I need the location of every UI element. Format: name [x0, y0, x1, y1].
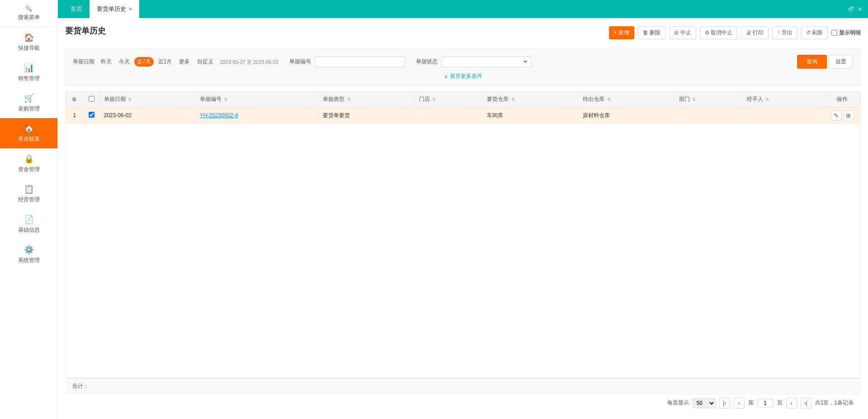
col-req-warehouse[interactable]: 要货仓库 ⇅ [482, 92, 578, 107]
date-filter-group: 单据日期 昨天 今天 近7天 近1月 更多 自定义 2023-05-27 至 2… [73, 57, 278, 67]
sidebar-item-label: 销售管理 [18, 75, 40, 82]
sidebar-item-label: 库存核算 [18, 135, 40, 143]
row-edit-button[interactable]: ✎ [831, 110, 841, 120]
sort-docno-icon: ⇅ [224, 97, 227, 102]
table-body: 1 2023-06-02 YH-20230602-4 要货单要货 车间库 原材料… [66, 107, 860, 124]
inventory-icon: 🏠 [24, 124, 34, 133]
col-date-label: 单据日期 [104, 96, 126, 102]
cell-check[interactable] [84, 107, 99, 124]
col-settings[interactable]: ⚙ [66, 92, 84, 107]
cell-num: 1 [66, 107, 84, 124]
table-footer: 合计： [65, 378, 861, 394]
sidebar-item-system[interactable]: ⚙️ 系统管理 [0, 239, 57, 270]
sidebar-item-sales[interactable]: 📊 销售管理 [0, 57, 57, 88]
show-detail-checkbox[interactable] [831, 30, 837, 36]
col-dept-label: 部门 [679, 96, 690, 102]
finance-icon: 🔒 [24, 154, 34, 164]
col-checkbox [84, 92, 99, 107]
select-all-checkbox[interactable] [89, 96, 94, 102]
sidebar-item-inventory[interactable]: 🏠 库存核算 [0, 118, 57, 148]
cell-doc-no[interactable]: YH-20230602-4 [195, 107, 318, 124]
sort-dept-icon: ⇅ [692, 97, 696, 102]
sidebar-item-label: 基础信息 [18, 226, 40, 234]
filter-area: 单据日期 昨天 今天 近7天 近1月 更多 自定义 2023-05-27 至 2… [65, 49, 861, 86]
new-button[interactable]: + 新增 [609, 26, 634, 39]
settings-button[interactable]: 设置 [829, 55, 853, 69]
shortcut-more[interactable]: 更多 [176, 57, 193, 67]
shortcut-custom[interactable]: 自定义 [194, 57, 216, 67]
tab-requisition-history[interactable]: 要货单历史 × [90, 0, 139, 18]
sort-store-icon: ⇅ [432, 97, 436, 102]
toolbar: + 新增 🗑 删除 ⊘ 中止 ⊘ 取消中止 🖨 打印 ↑ 导出 ↺ 刷新 显示明… [609, 26, 861, 39]
refresh-button[interactable]: ↺ 刷新 [801, 26, 828, 39]
sort-date-icon: ⇅ [128, 97, 132, 102]
search-icon: 🔍 [25, 5, 32, 12]
tab-requisition-label: 要货单历史 [97, 5, 126, 13]
chevron-down-icon: ∨ [444, 73, 448, 80]
col-pending-warehouse-label: 待出仓库 [583, 96, 604, 102]
delete-button[interactable]: 🗑 删除 [638, 26, 665, 39]
sidebar-item-label: 系统管理 [18, 257, 40, 264]
pagination-bar: 每页显示 50 10 20 100 |‹ ‹ 第 页 › ›| 共1页，1条记录 [65, 394, 861, 412]
page-number-input[interactable] [757, 399, 774, 408]
row-detail-button[interactable]: ⊞ [844, 110, 854, 120]
topbar-right: 🗗 ✕ [848, 6, 863, 13]
system-icon: ⚙️ [24, 245, 34, 255]
sidebar-item-basic[interactable]: 📄 基础信息 [0, 209, 57, 239]
sales-icon: 📊 [24, 63, 34, 73]
sidebar-item-operation[interactable]: 📋 经营管理 [0, 179, 57, 209]
next-page-button[interactable]: › [786, 398, 797, 409]
show-detail-checkbox-label[interactable]: 显示明细 [831, 29, 861, 37]
sidebar-item-finance[interactable]: 🔒 资金管理 [0, 148, 57, 179]
per-page-select[interactable]: 50 10 20 100 [693, 398, 716, 408]
col-date[interactable]: 单据日期 ⇅ [99, 92, 195, 107]
topbar: 首页 要货单历史 × 🗗 ✕ [58, 0, 868, 18]
shortcut-last-month[interactable]: 近1月 [156, 57, 175, 67]
filter-row: 单据日期 昨天 今天 近7天 近1月 更多 自定义 2023-05-27 至 2… [73, 55, 853, 69]
cell-handler [742, 107, 824, 124]
cancel-stop-button[interactable]: ⊘ 取消中止 [700, 26, 737, 39]
page-label: 第 [748, 399, 754, 407]
sidebar-search-label: 搜索菜单 [18, 14, 40, 21]
col-doc-type[interactable]: 单据类型 ⇅ [318, 92, 414, 107]
shortcut-yesterday[interactable]: 昨天 [98, 57, 114, 67]
total-info: 共1页，1条记录 [815, 399, 854, 407]
window-restore-button[interactable]: 🗗 [848, 6, 854, 13]
col-req-warehouse-label: 要货仓库 [487, 96, 509, 102]
col-store[interactable]: 门店 ⇅ [414, 92, 482, 107]
tab-home[interactable]: 首页 [63, 0, 90, 18]
print-button[interactable]: 🖨 打印 [741, 26, 769, 39]
sidebar-item-purchase[interactable]: 🛒 采购管理 [0, 88, 57, 118]
col-ops-label: 操作 [837, 96, 848, 102]
col-dept[interactable]: 部门 ⇅ [674, 92, 742, 107]
sidebar-search[interactable]: 🔍 搜索菜单 [0, 0, 57, 27]
settings-icon: ⚙ [72, 96, 77, 103]
content-area: 要货单历史 + 新增 🗑 删除 ⊘ 中止 ⊘ 取消中止 🖨 打印 ↑ 导出 ↺ … [58, 18, 868, 419]
status-filter-group: 单据状态 [416, 57, 532, 67]
export-button[interactable]: ↑ 导出 [772, 26, 797, 39]
last-page-button[interactable]: ›| [801, 398, 811, 409]
status-label: 单据状态 [416, 58, 438, 66]
sidebar-item-quick-nav[interactable]: 🏠 快捷导航 [0, 27, 57, 57]
tab-close-button[interactable]: × [129, 6, 132, 12]
status-select[interactable] [441, 57, 532, 67]
col-pending-warehouse[interactable]: 待出仓库 ⇅ [578, 92, 674, 107]
col-handler[interactable]: 经手人 ⇅ [742, 92, 824, 107]
doc-no-input[interactable] [315, 57, 405, 67]
prev-page-button[interactable]: ‹ [734, 398, 745, 409]
per-page-label: 每页显示 [667, 399, 689, 407]
main-area: 首页 要货单历史 × 🗗 ✕ 要货单历史 + 新增 🗑 删除 ⊘ 中止 ⊘ 取消… [58, 0, 868, 419]
expand-more-button[interactable]: ∨ 展开更多条件 [73, 72, 853, 80]
stop-button[interactable]: ⊘ 中止 [669, 26, 696, 39]
total-label: 合计： [72, 383, 89, 389]
shortcut-last7[interactable]: 近7天 [134, 57, 154, 67]
first-page-button[interactable]: |‹ [719, 398, 730, 409]
sidebar: 🔍 搜索菜单 🏠 快捷导航 📊 销售管理 🛒 采购管理 🏠 库存核算 🔒 资金管… [0, 0, 58, 419]
col-ops: 操作 [824, 92, 860, 107]
doc-no-label: 单据编号 [289, 58, 311, 66]
col-doc-no[interactable]: 单据编号 ⇅ [195, 92, 318, 107]
window-close-button[interactable]: ✕ [858, 6, 863, 13]
shortcut-today[interactable]: 今天 [116, 57, 132, 67]
cell-ops: ✎ ⊞ [824, 107, 860, 124]
query-button[interactable]: 查询 [797, 55, 827, 69]
